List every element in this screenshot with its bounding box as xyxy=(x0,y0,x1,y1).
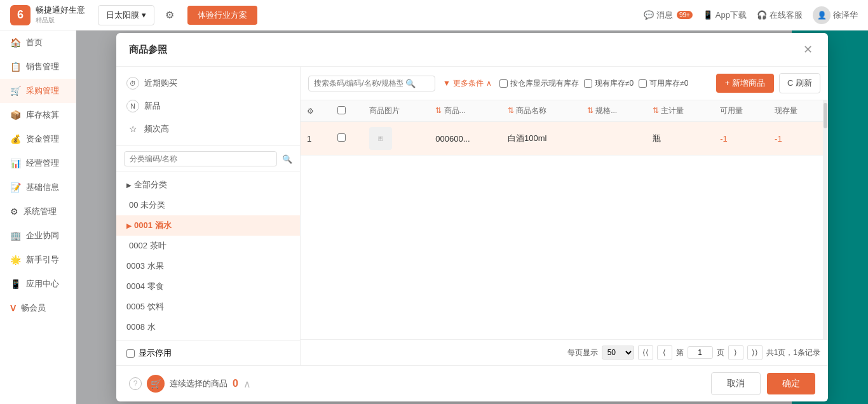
prev-page-btn[interactable]: ⟨ xyxy=(657,345,672,360)
page-input[interactable] xyxy=(688,346,713,359)
category-search-icon[interactable]: 🔍 xyxy=(282,154,292,164)
check-available-stock[interactable]: 可用库存≠0 xyxy=(639,78,688,89)
category-0002[interactable]: 0002 茶叶 xyxy=(116,236,300,256)
main-content: 商品参照 ✕ ⏱ 近期购买 N 新品 xyxy=(76,30,868,404)
nav-high-frequency[interactable]: ☆ 频次高 xyxy=(116,118,300,140)
product-search-box[interactable]: 🔍 xyxy=(308,76,435,91)
category-00[interactable]: 00 未分类 xyxy=(116,195,300,215)
purchase-icon: 🛒 xyxy=(10,86,21,96)
category-0004[interactable]: 0004 零食 xyxy=(116,276,300,297)
first-page-btn[interactable]: ⟨⟨ xyxy=(638,345,653,360)
modal-title: 商品参照 xyxy=(129,44,167,56)
cart-label: 连续选择的商品 xyxy=(170,378,227,389)
per-page-select[interactable]: 50 100 xyxy=(602,346,634,360)
check-warehouse[interactable]: 按仓库显示现有库存 xyxy=(499,78,579,89)
sidebar-item-sales[interactable]: 📋 销售管理 xyxy=(0,55,76,79)
user-item[interactable]: 👤 徐泽华 xyxy=(813,6,858,24)
nav-recent-buy[interactable]: ⏱ 近期购买 xyxy=(116,72,300,95)
modal-left-panel: ⏱ 近期购买 N 新品 ☆ 频次高 xyxy=(116,67,301,365)
main-layout: 🏠 首页 📋 销售管理 🛒 采购管理 📦 库存核算 💰 资金管理 📊 经营管理 … xyxy=(0,30,868,404)
current-stock-checkbox[interactable] xyxy=(584,79,592,88)
category-0005-label: 0005 饮料 xyxy=(126,301,164,313)
trial-button[interactable]: 体验行业方案 xyxy=(187,6,257,25)
check-available-label: 可用库存≠0 xyxy=(649,78,688,89)
sidebar-item-inventory[interactable]: 📦 库存核算 xyxy=(0,103,76,127)
product-search-input[interactable] xyxy=(314,79,403,88)
nav-new-product[interactable]: N 新品 xyxy=(116,95,300,118)
help-icon[interactable]: ? xyxy=(129,377,142,390)
scrollbar-thumb[interactable] xyxy=(824,103,827,128)
cart-icon: 🛒 xyxy=(147,375,165,393)
check-current-stock[interactable]: 现有库存≠0 xyxy=(584,78,634,89)
settings-icon[interactable]: ⚙ xyxy=(307,107,314,116)
sidebar-item-guide[interactable]: 🌟 新手引导 xyxy=(0,248,76,272)
refresh-button[interactable]: C 刷新 xyxy=(779,73,820,93)
col-spec[interactable]: ⇅ 规格... xyxy=(581,100,646,122)
apps-icon: 📱 xyxy=(10,279,21,289)
col-code[interactable]: ⇅ 商品... xyxy=(429,100,501,122)
top-nav: 6 畅捷通好生意 精品版 日太阳膜 ▾ ⚙ 体验行业方案 💬 消息 99+ 📱 … xyxy=(0,0,868,30)
category-0003[interactable]: 0003 水果 xyxy=(116,256,300,276)
next-page-btn[interactable]: ⟩ xyxy=(728,345,743,360)
category-0001[interactable]: ▶ 0001 酒水 xyxy=(116,215,300,236)
category-all[interactable]: ▶ 全部分类 xyxy=(116,175,300,195)
sort-unit-icon: ⇅ xyxy=(653,106,659,115)
message-item[interactable]: 💬 消息 99+ xyxy=(644,10,693,21)
add-product-button[interactable]: + 新增商品 xyxy=(716,74,774,93)
category-0005[interactable]: 0005 饮料 xyxy=(116,297,300,317)
sidebar-label-sales: 销售管理 xyxy=(26,61,59,72)
select-all-checkbox[interactable] xyxy=(337,106,346,114)
sidebar-item-finance[interactable]: 💰 资金管理 xyxy=(0,127,76,151)
modal-close-button[interactable]: ✕ xyxy=(800,42,815,57)
col-available: 可用量 xyxy=(714,100,768,122)
col-name[interactable]: ⇅ 商品名称 xyxy=(501,100,581,122)
scrollbar[interactable] xyxy=(823,100,828,339)
col-checkbox xyxy=(331,100,363,122)
col-unit[interactable]: ⇅ 主计量 xyxy=(646,100,714,122)
phone-icon: 📱 xyxy=(703,10,713,20)
online-service-item[interactable]: 🎧 在线客服 xyxy=(757,10,803,21)
thumb-placeholder: 图 xyxy=(378,135,383,142)
sidebar-item-home[interactable]: 🏠 首页 xyxy=(0,30,76,55)
category-search: 🔍 xyxy=(116,146,300,172)
warehouse-checkbox[interactable] xyxy=(499,79,508,88)
available-stock-checkbox[interactable] xyxy=(639,79,647,88)
category-0008[interactable]: 0008 水 xyxy=(116,317,300,337)
show-disabled-label: 显示停用 xyxy=(139,347,172,359)
sidebar-item-operations[interactable]: 📊 经营管理 xyxy=(0,151,76,175)
row-checkbox[interactable] xyxy=(337,133,346,142)
collapse-cart-icon[interactable]: ∧ xyxy=(243,378,251,390)
show-disabled-checkbox[interactable] xyxy=(126,349,135,358)
more-filter-btn[interactable]: ▼ 更多条件 ∧ xyxy=(440,78,494,89)
nav-selector[interactable]: 日太阳膜 ▾ xyxy=(98,5,154,25)
sidebar-label-apps: 应用中心 xyxy=(26,278,59,290)
sidebar-item-vip[interactable]: V 畅会员 xyxy=(0,296,76,320)
message-badge: 99+ xyxy=(677,11,693,19)
recent-buy-label: 近期购买 xyxy=(144,77,177,89)
modal-right-panel: 🔍 ▼ 更多条件 ∧ 按仓库显示现有库存 xyxy=(301,67,828,365)
category-list: ▶ 全部分类 00 未分类 ▶ 0001 酒水 xyxy=(116,172,300,340)
footer-right: 取消 确定 xyxy=(711,372,815,395)
star-icon: ☆ xyxy=(126,123,139,135)
cancel-button[interactable]: 取消 xyxy=(711,372,761,395)
product-table: ⚙ 商品图片 ⇅ 商品... xyxy=(301,100,823,156)
last-page-btn[interactable]: ⟩⟩ xyxy=(747,345,763,360)
confirm-button[interactable]: 确定 xyxy=(767,373,815,394)
online-service-label: 在线客服 xyxy=(770,10,803,21)
sidebar-label-home: 首页 xyxy=(26,37,43,48)
app-download-item[interactable]: 📱 App下载 xyxy=(703,10,747,21)
category-search-input[interactable] xyxy=(124,151,277,166)
finance-icon: 💰 xyxy=(10,134,21,144)
product-reference-modal: 商品参照 ✕ ⏱ 近期购买 N 新品 xyxy=(116,33,828,401)
sidebar-item-collab[interactable]: 🏢 企业协同 xyxy=(0,224,76,248)
table-row[interactable]: 1 图 xyxy=(301,122,823,156)
sidebar-item-purchase[interactable]: 🛒 采购管理 xyxy=(0,79,76,103)
sidebar-item-apps[interactable]: 📱 应用中心 xyxy=(0,272,76,296)
gear-button[interactable]: ⚙ xyxy=(159,5,180,25)
sidebar-item-system[interactable]: ⚙ 系统管理 xyxy=(0,199,76,224)
nav-right: 💬 消息 99+ 📱 App下载 🎧 在线客服 👤 徐泽华 xyxy=(644,6,858,24)
sort-spec-icon: ⇅ xyxy=(587,106,593,115)
sidebar-item-basic[interactable]: 📝 基础信息 xyxy=(0,175,76,199)
total-label: 共1页，1条记录 xyxy=(766,347,820,358)
cell-unit: 瓶 xyxy=(646,122,714,156)
